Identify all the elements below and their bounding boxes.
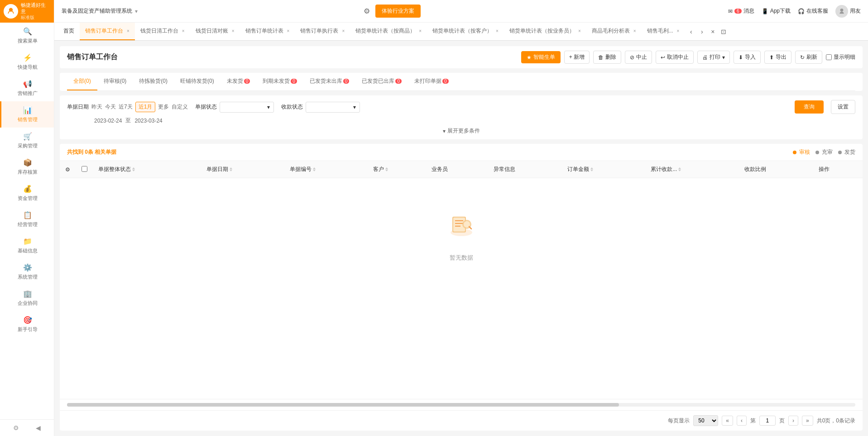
import-button[interactable]: ⬇ 导入 xyxy=(734,51,761,64)
date-today[interactable]: 今天 xyxy=(105,103,116,111)
first-page-button[interactable]: « xyxy=(722,416,733,426)
th-collected-sort[interactable]: 累计收款... xyxy=(651,166,734,173)
tab-sales-order[interactable]: 销售订单工作台 × xyxy=(80,23,135,40)
ship-button[interactable]: 发货 xyxy=(838,148,855,156)
sidebar-item-search[interactable]: 🔍 搜索菜单 xyxy=(0,23,54,49)
th-date[interactable]: 单据日期 xyxy=(201,161,284,178)
date-1month[interactable]: 近1月 xyxy=(135,102,156,112)
user-button[interactable]: 用友 xyxy=(835,5,861,18)
tab-sales-staff[interactable]: 销货单统计表（按业务员） × xyxy=(504,23,586,40)
date-custom[interactable]: 自定义 xyxy=(172,103,188,111)
expand-button[interactable]: ▾ 展开更多条件 xyxy=(443,127,480,135)
setting-button[interactable]: 设置 xyxy=(831,100,855,114)
payment-select[interactable]: ▾ xyxy=(306,102,360,113)
per-page-select[interactable]: 10 20 50 100 xyxy=(693,415,718,426)
th-customer-sort[interactable]: 客户 xyxy=(373,166,421,173)
date-7days[interactable]: 近7天 xyxy=(119,103,133,111)
th-date-sort[interactable]: 单据日期 xyxy=(206,166,279,173)
th-amount-sort[interactable]: 订单金额 xyxy=(567,166,640,173)
th-status[interactable]: 单据整体状态 xyxy=(93,161,201,178)
tab-sales-more[interactable]: 销售毛利... × xyxy=(642,23,685,40)
next-page-button[interactable]: › xyxy=(788,416,798,426)
message-button[interactable]: ✉ 6 消息 xyxy=(728,7,754,15)
tab-home[interactable]: 首页 xyxy=(58,23,80,40)
tab-cash-daily[interactable]: 钱货日清工作台 × xyxy=(135,23,190,40)
th-number-sort[interactable]: 单据编号 xyxy=(290,166,362,173)
date-yesterday[interactable]: 昨天 xyxy=(91,103,102,111)
sidebar-item-quick[interactable]: ⚡ 快捷导航 xyxy=(0,49,54,75)
query-button[interactable]: 查询 xyxy=(795,100,824,114)
stop-button[interactable]: ⊘ 中止 xyxy=(625,51,652,64)
tab-sales-stats[interactable]: 销售订单统计表 × xyxy=(240,23,295,40)
sidebar-item-sales[interactable]: 📊 销售管理 xyxy=(0,101,54,128)
unaudit-button[interactable]: 充审 xyxy=(815,148,833,156)
th-status-sort[interactable]: 单据整体状态 xyxy=(98,166,196,173)
sidebar-item-finance[interactable]: 💰 资金管理 xyxy=(0,180,54,206)
sidebar-item-base[interactable]: 📁 基础信息 xyxy=(0,232,54,259)
tab-sales-customer[interactable]: 销货单统计表（按客户） × xyxy=(427,23,504,40)
tab-expand-button[interactable]: ⊡ xyxy=(719,28,728,35)
show-detail-input[interactable] xyxy=(826,54,832,60)
tab-product-margin[interactable]: 商品毛利分析表 × xyxy=(586,23,642,40)
refresh-button[interactable]: ↻ 刷新 xyxy=(795,51,822,64)
th-amount[interactable]: 订单金额 xyxy=(562,161,645,178)
tab-close-all-button[interactable]: × xyxy=(708,28,717,35)
tab-sales-staff-close[interactable]: × xyxy=(578,28,581,33)
prev-page-button[interactable]: ‹ xyxy=(737,416,747,426)
sidebar-item-guide[interactable]: 🎯 新手引导 xyxy=(0,311,54,337)
status-select[interactable]: ▾ xyxy=(220,102,274,113)
scrollbar-thumb[interactable] xyxy=(67,403,619,407)
th-checkbox[interactable] xyxy=(76,161,93,178)
sidebar-item-operations[interactable]: 📋 经营管理 xyxy=(0,206,54,232)
settings-button[interactable]: ⚙ xyxy=(13,424,19,431)
print-button[interactable]: 🖨 打印 ▾ xyxy=(697,51,730,64)
tab-sales-product-close[interactable]: × xyxy=(419,28,422,33)
sidebar-item-marketing[interactable]: 📢 营销推广 xyxy=(0,75,54,101)
show-detail-checkbox[interactable]: 显示明细 xyxy=(826,53,855,61)
page-input[interactable] xyxy=(759,416,776,426)
tab-next-button[interactable]: › xyxy=(697,28,706,35)
subtab-shipped-not-out[interactable]: 已发货未出库0 xyxy=(303,73,356,90)
th-number[interactable]: 单据编号 xyxy=(284,161,368,178)
th-collected[interactable]: 累计收款... xyxy=(645,161,739,178)
last-page-button[interactable]: » xyxy=(802,416,813,426)
date-more[interactable]: 更多 xyxy=(158,103,169,111)
online-service-button[interactable]: 🎧 在线客服 xyxy=(798,7,828,15)
experience-button[interactable]: 体验行业方案 xyxy=(375,5,421,18)
tab-product-margin-close[interactable]: × xyxy=(633,28,636,33)
th-customer[interactable]: 客户 xyxy=(368,161,427,178)
smart-create-button[interactable]: ★ 智能生单 xyxy=(521,51,561,63)
subtab-not-printed[interactable]: 未打印单据0 xyxy=(408,73,455,90)
tab-sales-customer-close[interactable]: × xyxy=(496,28,499,33)
subtab-not-shipped[interactable]: 未发货0 xyxy=(221,73,257,90)
cancel-stop-button[interactable]: ↩ 取消中止 xyxy=(656,51,694,64)
subtab-all[interactable]: 全部(0) xyxy=(67,73,97,90)
sidebar-item-system[interactable]: ⚙️ 系统管理 xyxy=(0,259,54,285)
subtab-pending-inspect[interactable]: 待拣验货(0) xyxy=(133,73,174,90)
tab-sales-exec[interactable]: 销售订单执行表 × xyxy=(295,23,350,40)
topbar-gear-icon[interactable]: ⚙ xyxy=(364,7,370,15)
tab-sales-more-close[interactable]: × xyxy=(677,28,680,33)
audit-button[interactable]: 审核 xyxy=(793,148,810,156)
tab-sales-product[interactable]: 销货单统计表（按商品） × xyxy=(350,23,427,40)
select-all-checkbox[interactable] xyxy=(82,166,87,172)
tab-sales-stats-close[interactable]: × xyxy=(287,28,290,33)
subtab-wangpu[interactable]: 旺铺待发货(0) xyxy=(174,73,221,90)
delete-button[interactable]: 🗑 删除 xyxy=(593,51,621,64)
add-button[interactable]: + 新增 xyxy=(564,51,590,64)
tab-sales-exec-close[interactable]: × xyxy=(342,28,345,33)
horizontal-scrollbar[interactable] xyxy=(60,399,863,410)
subtab-overdue[interactable]: 到期未发货0 xyxy=(256,73,303,90)
tab-cash-reconcile[interactable]: 钱货日清对账 × xyxy=(190,23,240,40)
sidebar-item-inventory[interactable]: 📦 库存核算 xyxy=(0,154,54,180)
tab-prev-button[interactable]: ‹ xyxy=(686,28,695,35)
tab-sales-order-close[interactable]: × xyxy=(127,28,129,33)
sidebar-item-enterprise[interactable]: 🏢 企业协同 xyxy=(0,285,54,311)
tab-cash-reconcile-close[interactable]: × xyxy=(232,28,235,33)
subtab-shipped-out[interactable]: 已发货已出库0 xyxy=(355,73,408,90)
th-settings[interactable]: ⚙ xyxy=(60,161,76,178)
export-button[interactable]: ⬆ 导出 xyxy=(764,51,791,64)
app-download-button[interactable]: 📱 App下载 xyxy=(762,7,791,15)
tab-cash-daily-close[interactable]: × xyxy=(182,28,185,33)
collapse-button[interactable]: ◀ xyxy=(36,424,41,431)
